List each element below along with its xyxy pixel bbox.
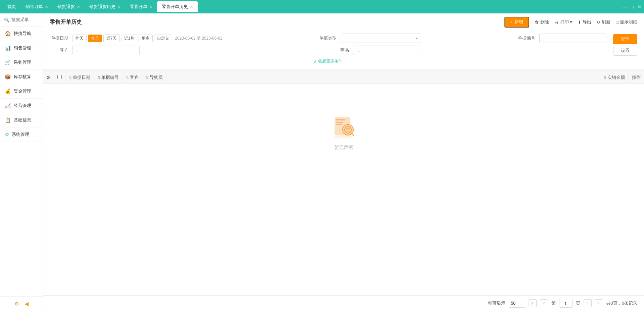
tab-sales-order[interactable]: 销售订单 ✕ [21, 1, 53, 12]
sidebar-item-system[interactable]: ⚙ 系统管理 [0, 127, 43, 142]
export-button[interactable]: ⬇ 导出 [578, 19, 591, 25]
sales-icon: 📊 [5, 45, 11, 51]
print-icon: 🖨 [554, 20, 559, 25]
close-icon[interactable]: ✕ [45, 5, 48, 9]
window-controls: — □ ✕ [623, 4, 641, 9]
query-button[interactable]: 查询 [613, 34, 637, 44]
sidebar-item-inventory[interactable]: 📦 库存核算 [0, 70, 43, 84]
add-button[interactable]: + 新增 [504, 17, 529, 28]
tab-retail-history[interactable]: 零售开单历史 ✕ [157, 1, 198, 12]
page-suffix: 页 [576, 300, 580, 306]
display-detail-button[interactable]: □ 显示明细 [616, 19, 637, 25]
checkbox-column[interactable] [54, 72, 65, 84]
sidebar: 🔍 搜索采单 🏠 快捷导航 📊 销售管理 🛒 采购管理 📦 库存核算 💰 资金管… [0, 13, 43, 311]
tab-bar: 首页 销售订单 ✕ 销货退货 ✕ 销货退货历史 ✕ 零售开单 ✕ 零售开单历史 … [0, 0, 644, 13]
delete-button[interactable]: 🗑 删除 [535, 19, 549, 25]
date-btn-yesterday[interactable]: 昨天 [72, 35, 87, 42]
svg-point-9 [348, 128, 350, 129]
close-icon[interactable]: ✕ [190, 5, 193, 9]
display-icon: □ [616, 20, 618, 25]
empty-text: 暂无数据 [334, 145, 353, 151]
last-page-btn[interactable]: >| [595, 299, 603, 307]
per-page-label: 每页显示 [488, 300, 505, 306]
select-all-checkbox[interactable] [57, 75, 62, 79]
svg-rect-2 [336, 119, 345, 120]
collapse-icon: ∧ [314, 59, 317, 64]
date-buttons: 昨天 今天 近7天 近1月 更多 自定义 2023-06-02 至 2023-0… [72, 35, 222, 42]
empty-row: 暂无数据 [43, 84, 644, 178]
date-btn-today[interactable]: 今天 [88, 35, 102, 42]
sidebar-item-purchase[interactable]: 🛒 采购管理 [0, 55, 43, 70]
tab-sales-return[interactable]: 销货退货 ✕ [53, 1, 85, 12]
date-btn-1month[interactable]: 近1月 [121, 35, 138, 42]
type-select[interactable] [341, 34, 421, 43]
goods-input[interactable]: ... [353, 46, 420, 55]
type-label: 单据类型 [318, 35, 337, 41]
per-page-select[interactable]: 10 20 50 100 [509, 299, 525, 308]
sidebar-item-quick-nav[interactable]: 🏠 快捷导航 [0, 27, 43, 41]
col-spacer [166, 72, 600, 84]
refresh-icon: ↻ [597, 20, 600, 25]
table-header-row: ⚙ 单据日期 单据编号 客户 导购员 实销金额 操作 [43, 72, 644, 84]
first-page-btn[interactable]: |< [529, 299, 537, 307]
empty-icon [329, 110, 359, 141]
tab-sales-return-history[interactable]: 销货退货历史 ✕ [85, 1, 125, 12]
page-title-row: 零售开单历史 + 新增 🗑 删除 🖨 打印 ▾ ⬇ 导出 [50, 17, 637, 30]
content-area: 零售开单历史 + 新增 🗑 删除 🖨 打印 ▾ ⬇ 导出 [43, 13, 644, 311]
col-guide[interactable]: 导购员 [142, 72, 166, 84]
home-icon: 🏠 [5, 31, 11, 37]
purchase-icon: 🛒 [5, 59, 11, 65]
close-icon[interactable]: ✕ [117, 5, 120, 9]
filter-row-2: 客户 ... 商品 ... [50, 46, 606, 55]
col-number[interactable]: 单据编号 [94, 72, 122, 84]
set-button[interactable]: 设置 [613, 46, 637, 56]
svg-rect-4 [336, 124, 342, 125]
minimize-btn[interactable]: — [623, 4, 627, 9]
sidebar-search[interactable]: 🔍 搜索采单 [0, 13, 43, 27]
col-customer[interactable]: 客户 [122, 72, 142, 84]
system-icon: ⚙ [5, 132, 9, 138]
data-table: ⚙ 单据日期 单据编号 客户 导购员 实销金额 操作 [43, 72, 644, 177]
date-btn-custom[interactable]: 自定义 [154, 35, 172, 42]
collapse-sidebar-icon[interactable]: ◀ [24, 301, 29, 307]
refresh-button[interactable]: ↻ 刷新 [597, 19, 610, 25]
empty-state: 暂无数据 [43, 84, 644, 177]
settings-icon[interactable]: ⚙ [14, 301, 19, 307]
sidebar-item-basic-info[interactable]: 📋 基础信息 [0, 113, 43, 127]
delete-icon: 🗑 [535, 20, 539, 25]
print-button[interactable]: 🖨 打印 ▾ [554, 19, 573, 25]
sidebar-item-finance[interactable]: 💰 资金管理 [0, 84, 43, 99]
page-header: 零售开单历史 + 新增 🗑 删除 🖨 打印 ▾ ⬇ 导出 [43, 13, 644, 69]
filter-area: 单据日期 昨天 今天 近7天 近1月 更多 自定义 2023-06-02 至 2… [50, 30, 637, 69]
col-amount[interactable]: 实销金额 [600, 72, 629, 84]
number-label: 单据编号 [516, 35, 535, 41]
collapse-filter-btn[interactable]: ∧ 收起更多条件 [310, 58, 346, 65]
tab-retail-order[interactable]: 零售开单 ✕ [125, 1, 157, 12]
date-btn-more[interactable]: 更多 [139, 35, 153, 42]
search-icon: 🔍 [4, 17, 9, 22]
table-body: 暂无数据 [43, 84, 644, 178]
page-prefix: 第 [551, 300, 556, 306]
customer-input[interactable]: ... [72, 46, 140, 55]
inventory-icon: 📦 [5, 74, 11, 80]
sidebar-item-management[interactable]: 📈 经营管理 [0, 99, 43, 113]
sidebar-item-sales[interactable]: 📊 销售管理 [0, 41, 43, 55]
number-input[interactable] [539, 34, 606, 43]
tab-home[interactable]: 首页 [3, 1, 21, 12]
filter-row-1: 单据日期 昨天 今天 近7天 近1月 更多 自定义 2023-06-02 至 2… [50, 34, 606, 43]
col-date[interactable]: 单据日期 [65, 72, 94, 84]
close-icon[interactable]: ✕ [77, 5, 80, 9]
svg-rect-3 [336, 122, 343, 123]
close-btn[interactable]: ✕ [638, 4, 641, 9]
next-page-btn[interactable]: > [584, 299, 592, 307]
management-icon: 📈 [5, 103, 11, 109]
total-info: 共0页，0条记录 [606, 300, 637, 306]
prev-page-btn[interactable]: < [540, 299, 548, 307]
basic-info-icon: 📋 [5, 117, 11, 123]
maximize-btn[interactable]: □ [631, 4, 634, 9]
customer-label: 客户 [50, 47, 68, 53]
close-icon[interactable]: ✕ [149, 5, 152, 9]
gear-column[interactable]: ⚙ [43, 72, 54, 84]
date-btn-7days[interactable]: 近7天 [103, 35, 120, 42]
page-number-input[interactable] [559, 299, 573, 308]
